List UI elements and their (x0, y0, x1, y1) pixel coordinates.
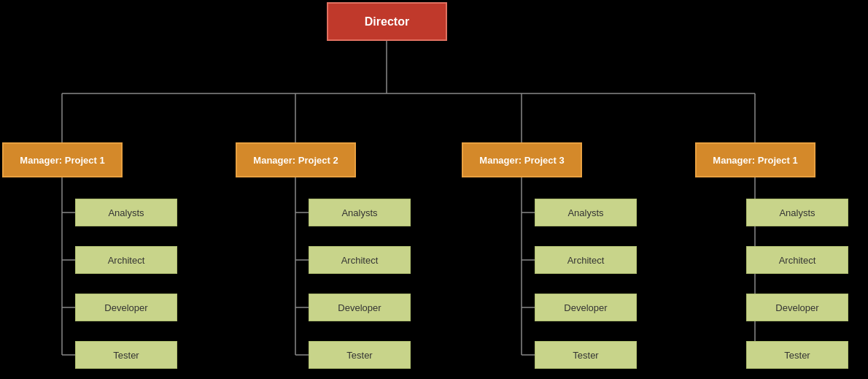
leaf-g4-architect: Architect (746, 246, 848, 274)
org-chart: Director Manager: Project 1 Manager: Pro… (0, 0, 868, 379)
director-label: Director (365, 15, 409, 28)
leaf-g1-analysts: Analysts (75, 199, 177, 226)
leaf-g3-tester: Tester (535, 341, 637, 369)
manager-node-2: Manager: Project 2 (236, 142, 356, 177)
leaf-g3-developer: Developer (535, 294, 637, 321)
director-node: Director (327, 2, 447, 41)
leaf-g2-architect: Architect (309, 246, 411, 274)
manager-2-label: Manager: Project 2 (253, 155, 338, 166)
leaf-g2-analysts: Analysts (309, 199, 411, 226)
manager-3-label: Manager: Project 3 (479, 155, 564, 166)
leaf-g1-architect: Architect (75, 246, 177, 274)
leaf-g1-tester: Tester (75, 341, 177, 369)
leaf-g4-developer: Developer (746, 294, 848, 321)
leaf-g2-tester: Tester (309, 341, 411, 369)
leaf-g3-analysts: Analysts (535, 199, 637, 226)
leaf-g4-tester: Tester (746, 341, 848, 369)
manager-1-label: Manager: Project 1 (20, 155, 104, 166)
manager-node-1: Manager: Project 1 (2, 142, 123, 177)
manager-node-3: Manager: Project 3 (462, 142, 582, 177)
manager-node-4: Manager: Project 1 (695, 142, 815, 177)
leaf-g4-analysts: Analysts (746, 199, 848, 226)
leaf-g2-developer: Developer (309, 294, 411, 321)
manager-4-label: Manager: Project 1 (713, 155, 797, 166)
connector-lines (0, 0, 868, 379)
leaf-g1-developer: Developer (75, 294, 177, 321)
leaf-g3-architect: Architect (535, 246, 637, 274)
